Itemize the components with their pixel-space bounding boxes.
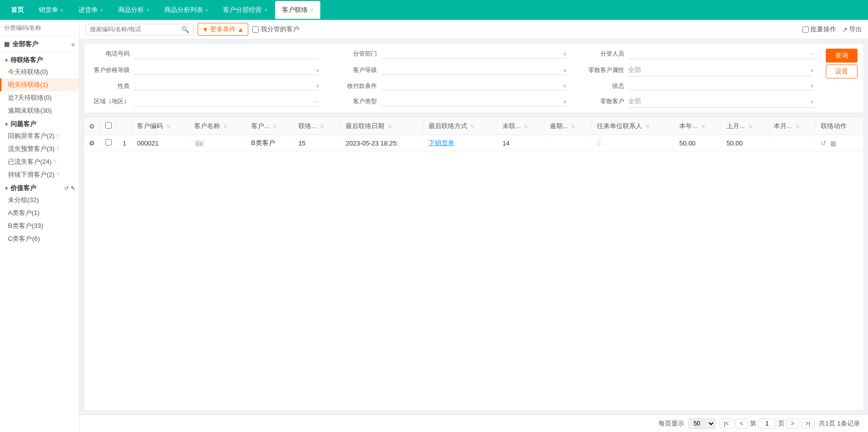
nav-sales[interactable]: 销货单 ×	[32, 1, 71, 19]
first-page-button[interactable]: |<	[720, 419, 733, 429]
region-label: 区域（地区）	[90, 97, 130, 106]
type-sort-icon[interactable]: ⇅	[273, 124, 277, 129]
batch-button[interactable]: 批量操作	[802, 25, 836, 34]
sidebar-item-repurchase-abnormal[interactable]: 回购异常客户(2) ?	[0, 130, 79, 143]
nav-customer-contact[interactable]: 客户联络 ×	[275, 1, 320, 19]
ungrouped-label: 未分组(32)	[8, 196, 39, 205]
customer-level-select[interactable]: ∨	[381, 66, 567, 75]
sidebar-item-lost[interactable]: 已流失客户(24) ?	[0, 155, 79, 168]
customer-type-select[interactable]: ∨	[381, 97, 567, 106]
page-size-label: 每页显示	[658, 419, 684, 428]
sidebar-item-continuous-down[interactable]: 持续下滑客户(2) ?	[0, 168, 79, 181]
region-dots-icon[interactable]: ···	[314, 98, 319, 105]
sidebar-item-today[interactable]: 今天待联络(0)	[0, 66, 79, 78]
prev-page-button[interactable]: <	[735, 419, 748, 429]
nature-select[interactable]: ∨	[134, 81, 319, 90]
filter-customer-level: 客户等级 ∨	[337, 66, 567, 75]
sidebar-item-losing[interactable]: 流失预警客户(3) ?	[0, 143, 79, 155]
page-input[interactable]	[758, 419, 776, 429]
contacts-sort-icon[interactable]: ⇅	[646, 124, 650, 129]
setting-button[interactable]: 设置	[826, 65, 858, 78]
price-tier-select[interactable]: ∨	[134, 66, 319, 75]
code-sort-icon[interactable]: ⇅	[166, 124, 170, 129]
sidebar-item-overdue[interactable]: 逾期未联络(30)	[0, 104, 79, 117]
row-gear[interactable]: ⚙	[84, 135, 100, 151]
purchase-close-icon[interactable]: ×	[100, 7, 103, 13]
sidebar-item-ungrouped[interactable]: 未分组(32)	[0, 194, 79, 207]
nav-customer-tier[interactable]: 客户分层经营 ×	[216, 1, 274, 19]
sidebar-item-class-a[interactable]: A类客户(1)	[0, 207, 79, 219]
my-customers-checkbox[interactable]	[252, 26, 259, 33]
retail-customer-value: 全部	[628, 97, 641, 106]
row-last-contact-date: 2023-05-23 18:25:	[340, 135, 423, 151]
status-label: 状态	[584, 82, 624, 90]
top-navigation: 首页 销货单 × 进货单 × 商品分析 × 商品分析列表 × 客户分层经营 × …	[0, 0, 868, 20]
class-c-label: C类客户(6)	[8, 234, 40, 243]
this-month-col-label: 本月...	[774, 122, 792, 130]
last-page-button[interactable]: >|	[801, 419, 815, 429]
footer-nav: |< < 第 页 > >|	[720, 419, 815, 429]
last-contact-date-sort-icon[interactable]: ⇅	[388, 124, 392, 129]
sidebar-all-customers[interactable]: ▦ 全部客户 «	[0, 36, 79, 53]
retail-customer-select[interactable]: 全部 ∨	[628, 95, 814, 108]
batch-checkbox[interactable]	[802, 26, 809, 33]
export-button[interactable]: ↗ 导出	[842, 25, 862, 34]
sidebar-group-pending[interactable]: ▼ 待联络客户	[0, 53, 79, 66]
filter-row-3: 性质 ∨ 收付款条件 ∨	[90, 81, 814, 90]
goods-analysis-close-icon[interactable]: ×	[146, 7, 149, 13]
table-body: ⚙ 1 000021 Ea B类客户 15 2023-05-23 18:25: …	[84, 135, 864, 151]
page-size-select[interactable]: 50 100 200	[688, 418, 716, 429]
sidebar-item-week[interactable]: 近7天待联络(0)	[0, 91, 79, 104]
goods-analysis-list-close-icon[interactable]: ×	[206, 7, 209, 13]
filter-region: 区域（地区） ···	[90, 96, 319, 107]
nav-purchase[interactable]: 进货单 ×	[72, 1, 110, 19]
filter-row-4: 区域（地区） ··· 客户类型 ∨	[90, 95, 814, 108]
person-dots-icon[interactable]: ···	[809, 50, 814, 57]
last-month-sort-icon[interactable]: ⇅	[748, 124, 752, 129]
sales-close-icon[interactable]: ×	[61, 7, 64, 13]
sidebar-item-tomorrow[interactable]: 明天待联络(1)	[0, 78, 79, 91]
phone-input[interactable]	[134, 49, 319, 59]
search-icon[interactable]: 🔍	[181, 26, 189, 33]
search-box: 🔍	[85, 24, 194, 35]
action-grid-icon[interactable]: ▦	[830, 140, 836, 147]
sidebar-item-class-c[interactable]: C类客户(6)	[0, 232, 79, 245]
this-year-sort-icon[interactable]: ⇅	[701, 124, 705, 129]
next-page-button[interactable]: >	[787, 419, 799, 429]
sidebar-search-input[interactable]	[4, 24, 78, 31]
customer-tier-close-icon[interactable]: ×	[264, 7, 267, 13]
select-all-checkbox[interactable]	[105, 122, 112, 129]
gear-col-header[interactable]: ⚙	[84, 118, 100, 135]
query-button[interactable]: 查询	[826, 49, 858, 63]
last-contact-link[interactable]: 下销货单	[429, 139, 454, 146]
sidebar-item-class-b[interactable]: B类客户(33)	[0, 219, 79, 232]
customer-contact-close-icon[interactable]: ×	[310, 7, 313, 13]
contact-sort-icon[interactable]: ⇅	[320, 124, 324, 129]
last-contact-method-sort-icon[interactable]: ⇅	[470, 124, 474, 129]
more-filter-button[interactable]: ▼ 更多条件 ▲	[198, 23, 248, 36]
dept-select[interactable]: ∨	[381, 50, 567, 59]
filter-retail-customer: 零散客户 全部 ∨	[584, 95, 814, 108]
sidebar-collapse-icon[interactable]: «	[71, 40, 75, 48]
action-refresh-icon[interactable]: ↺	[821, 140, 826, 147]
sidebar-group-problem[interactable]: ▼ 问题客户	[0, 117, 79, 130]
nav-home[interactable]: 首页	[4, 1, 31, 19]
filter-row-2: 客户价格等级 ∨ 客户等级	[90, 64, 814, 76]
search-input[interactable]	[90, 26, 179, 33]
status-select[interactable]: ∨	[628, 81, 814, 90]
sidebar-group-value[interactable]: ▼ 价值客户 ↺ ✎	[0, 181, 79, 194]
retail-attr-select[interactable]: 全部 ∨	[628, 64, 814, 76]
uncontacted-sort-icon[interactable]: ⇅	[524, 124, 528, 129]
overdue-sort-icon[interactable]: ⇅	[571, 124, 575, 129]
action-col-label: 联络动作	[821, 122, 847, 130]
value-refresh-icon[interactable]: ↺	[64, 185, 69, 192]
checkbox-col-header	[100, 118, 117, 135]
nav-goods-analysis[interactable]: 商品分析 ×	[111, 1, 156, 19]
payment-select[interactable]: ∨	[381, 81, 567, 90]
row-select-checkbox[interactable]	[105, 139, 112, 145]
this-month-sort-icon[interactable]: ⇅	[796, 124, 799, 129]
data-table-container: ⚙ 客户编码 ⇅ 客户名称 ⇅	[83, 117, 864, 411]
name-sort-icon[interactable]: ⇅	[223, 124, 227, 129]
value-edit-icon[interactable]: ✎	[71, 185, 75, 192]
nav-goods-analysis-list[interactable]: 商品分析列表 ×	[157, 1, 216, 19]
